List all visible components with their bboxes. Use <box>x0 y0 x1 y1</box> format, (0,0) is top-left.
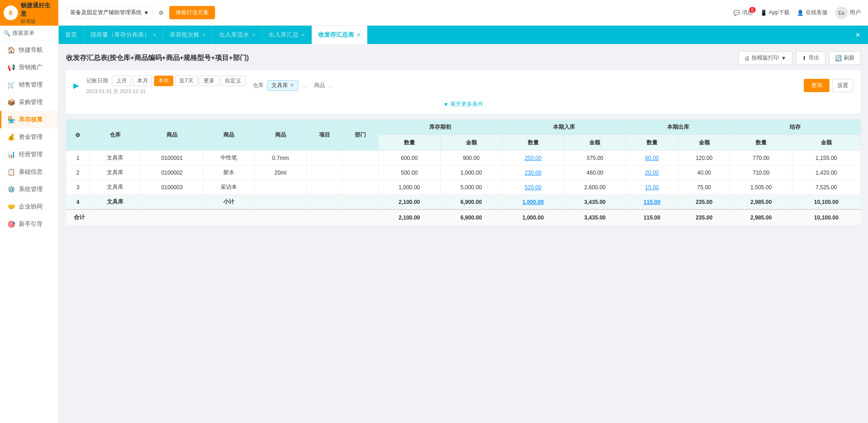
row-in-qty[interactable]: 520.00 <box>502 180 564 195</box>
row-name: 中性笔 <box>203 151 254 165</box>
export-icon: ⬆ <box>802 55 807 61</box>
date-btn-this-year[interactable]: 本年 <box>154 76 173 86</box>
sidebar-item-basic-info[interactable]: 📋基础信息 <box>0 163 58 181</box>
operations-icon: 📊 <box>7 151 15 158</box>
tab-close-icon[interactable]: ✕ <box>153 33 156 38</box>
expand-conditions-btn[interactable]: ▼ 展开更多条件 <box>443 100 484 108</box>
row-end-amt: 7,525.00 <box>792 180 860 195</box>
row-dept <box>343 165 378 180</box>
date-btn-this-month[interactable]: 本月 <box>133 76 152 86</box>
product-ellipsis[interactable]: ... <box>329 82 333 88</box>
filter-panel: ▶ 记账日期 上月 本月 本年 近7天 更多 自定义 2023-01-01 <box>66 70 861 114</box>
tab-close-icon[interactable]: ✕ <box>202 33 206 38</box>
footer-end-qty: 2,985.00 <box>730 209 792 225</box>
row-out-qty[interactable]: 115.00 <box>626 195 678 210</box>
message-btn[interactable]: 💬 消息 6 <box>733 9 753 16</box>
footer-end-amt: 10,100.00 <box>792 209 860 225</box>
topbar: 装备及固定资产辅助管理系统 ▼ ⚙ 体验行业方案 💬 消息 6 📱 App下载 … <box>59 0 868 26</box>
export-btn[interactable]: ⬆ 导出 <box>796 51 825 65</box>
date-btn-last-month[interactable]: 上月 <box>112 76 131 86</box>
warehouse-tag-text: 文具库 <box>271 82 288 89</box>
sidebar-item-operations[interactable]: 📊经营管理 <box>0 146 58 163</box>
service-icon: 👤 <box>797 10 804 16</box>
tab-close-icon[interactable]: ✕ <box>301 33 305 38</box>
row-out-qty-link[interactable]: 20.00 <box>645 170 659 176</box>
date-btn-more[interactable]: 更多 <box>199 76 219 86</box>
tab-home[interactable]: 首页 <box>59 26 84 44</box>
tab-recv-send[interactable]: 收发存汇总表✕ <box>312 26 367 44</box>
sidebar-item-quick-nav[interactable]: 🏠快捷导航 <box>0 41 58 59</box>
row-code: 0100002 <box>141 165 203 180</box>
inventory-icon: 🏪 <box>7 116 15 123</box>
refresh-btn[interactable]: 🔄 刷新 <box>829 51 861 65</box>
row-in-qty-link[interactable]: 1,000.00 <box>522 199 544 205</box>
system-name: 装备及固定资产辅助管理系统 <box>70 9 142 16</box>
tab-batch[interactable]: 库存批次账✕ <box>163 26 213 44</box>
user-btn[interactable]: Ea 用户 <box>835 6 861 19</box>
data-table-card: ⚙ 仓库 商品 商品 商品 项目 部门 库存期初 本期入库 本期出库 结存 数量… <box>66 119 861 225</box>
row-init-amt: 900.00 <box>440 151 502 165</box>
row-out-qty[interactable]: 15.00 <box>626 180 678 195</box>
tab-close-icon[interactable]: ✕ <box>357 33 360 38</box>
row-in-qty-link[interactable]: 250.00 <box>525 155 542 161</box>
row-out-qty[interactable]: 80.00 <box>626 151 678 165</box>
row-in-qty-link[interactable]: 520.00 <box>525 184 542 191</box>
sidebar-item-enterprise[interactable]: 🤝企业协同 <box>0 198 58 215</box>
print-btn[interactable]: 🖨 按模版打印 ▼ <box>738 51 792 65</box>
row-out-qty-link[interactable]: 80.00 <box>645 155 659 161</box>
sidebar-item-guide[interactable]: 🎯新手引导 <box>0 215 58 233</box>
data-table: ⚙ 仓库 商品 商品 商品 项目 部门 库存期初 本期入库 本期出库 结存 数量… <box>66 119 861 225</box>
sidebar-logo: 6 畅捷通好生意 标准版 <box>0 0 58 26</box>
tab-inout-flow[interactable]: 出入库流水✕ <box>213 26 262 44</box>
subheader-0: 数量 <box>378 135 440 151</box>
row-num: 1 <box>66 151 90 165</box>
table-row: 3文具库0100003采访本1,000.005,000.00520.002,60… <box>66 180 861 195</box>
app-download-label: App下载 <box>769 9 790 16</box>
row-out-qty-link[interactable]: 115.00 <box>643 199 660 205</box>
row-in-qty[interactable]: 230.00 <box>502 165 564 180</box>
row-in-qty[interactable]: 250.00 <box>502 151 564 165</box>
sidebar-item-finance[interactable]: 💰资金管理 <box>0 128 58 146</box>
row-out-qty[interactable]: 20.00 <box>626 165 678 180</box>
sidebar-item-system[interactable]: ⚙️系统管理 <box>0 181 58 198</box>
basic-info-icon: 📋 <box>7 168 15 176</box>
settings-button[interactable]: 设置 <box>832 79 853 92</box>
tab-stock-dist[interactable]: 现存量（库存分布表）✕ <box>84 26 163 44</box>
query-button[interactable]: 查询 <box>804 79 829 92</box>
tab-close-icon[interactable]: ✕ <box>252 33 255 38</box>
online-service-btn[interactable]: 👤 在线客服 <box>797 9 828 16</box>
col-spec: 商品 <box>254 120 307 151</box>
row-init-qty: 1,000.00 <box>378 180 440 195</box>
trial-button[interactable]: 体验行业方案 <box>169 6 215 19</box>
row-end-amt: 1,420.00 <box>792 165 860 180</box>
col-project: 项目 <box>306 120 342 151</box>
date-filter-label: 记账日期 <box>86 77 108 85</box>
date-btn-7days[interactable]: 近7天 <box>175 76 198 86</box>
print-label: 按模版打印 <box>752 54 779 62</box>
footer-in-qty: 1,000.00 <box>502 209 564 225</box>
window-close-btn[interactable]: ✕ <box>848 31 868 38</box>
sidebar-item-purchase[interactable]: 📦采购管理 <box>0 93 58 111</box>
row-out-qty-link[interactable]: 15.00 <box>645 184 659 191</box>
warehouse-tag-close[interactable]: ✕ <box>290 82 294 88</box>
row-in-qty[interactable]: 1,000.00 <box>502 195 564 210</box>
sidebar-item-marketing[interactable]: 📢营销推广 <box>0 59 58 76</box>
sidebar-item-inventory[interactable]: 🏪库存核算 <box>0 111 58 128</box>
app-download-btn[interactable]: 📱 App下载 <box>760 9 790 16</box>
gear-icon[interactable]: ⚙ <box>159 10 164 16</box>
sales-icon: 🛒 <box>7 81 15 88</box>
sidebar-search[interactable]: 🔍 搜索菜单 <box>0 26 58 41</box>
col-settings[interactable]: ⚙ <box>66 120 90 151</box>
sidebar-item-sales[interactable]: 🛒销售管理 <box>0 76 58 93</box>
date-btn-custom[interactable]: 自定义 <box>221 76 245 86</box>
row-in-qty-link[interactable]: 230.00 <box>525 170 542 176</box>
filter-expand-arrow[interactable]: ▶ <box>73 81 79 90</box>
row-dept <box>343 195 378 210</box>
system-selector[interactable]: 装备及固定资产辅助管理系统 ▼ <box>66 6 153 19</box>
brand-edition: 标准版 <box>21 18 55 25</box>
refresh-label: 刷新 <box>844 54 855 62</box>
warehouse-ellipsis[interactable]: ... <box>302 82 307 88</box>
system-icon: ⚙️ <box>7 186 15 193</box>
tab-inout-summary[interactable]: 出入库汇总✕ <box>262 26 312 44</box>
sidebar-item-label: 系统管理 <box>19 185 43 193</box>
